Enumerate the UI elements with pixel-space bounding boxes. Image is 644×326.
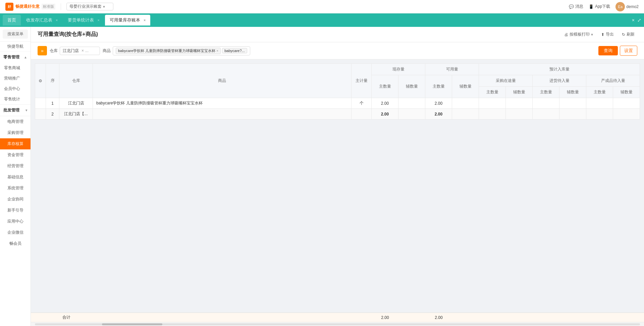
tab-order-stats-label: 要货单统计表 <box>68 17 94 23</box>
warehouse-filter-group: 仓库 江北门店 × ... <box>50 47 100 55</box>
refresh-button[interactable]: ↻ 刷新 <box>619 30 637 39</box>
sidebar-section-wholesale-header[interactable]: 批发管理 ▾ <box>0 105 31 116</box>
th-product: 商品 <box>93 64 352 98</box>
cell-product-2 <box>93 109 352 120</box>
data-table: ⚙ 序 仓库 商品 主计量 <box>35 63 640 120</box>
sidebar-item-new-guide[interactable]: 新手引导 <box>0 205 31 216</box>
app-download-button[interactable]: 📱 App下载 <box>589 4 610 9</box>
cell-incoming-main-1 <box>533 98 559 109</box>
top-bar-right: 💬 消息 📱 App下载 Ea demo2 <box>569 2 639 11</box>
cell-purchase-aux-2 <box>506 109 533 120</box>
product-tag-1: babycare学饮杯 儿童防摔防撞吸管杯重力球吸嘴杯宝宝水杯 × <box>116 48 221 54</box>
sidebar-item-system[interactable]: 系统管理 <box>0 183 31 194</box>
th-settings[interactable]: ⚙ <box>35 64 46 98</box>
footer-available-main: 2.00 <box>425 313 452 322</box>
cell-incoming-aux-1 <box>559 98 586 109</box>
sidebar-item-basic-info[interactable]: 基础信息 <box>0 172 31 183</box>
sidebar-item-marketing[interactable]: 营销推广 <box>0 73 31 84</box>
page-header: 可用量查询(按仓库+商品) 🖨 按模板打印 ▾ ⬆ 导出 ↻ 刷新 <box>31 27 644 42</box>
cell-available-aux-1 <box>452 98 479 109</box>
tab-receipt-summary[interactable]: 收发存汇总表 × <box>21 15 62 26</box>
product-filter-group: 商品 babycare学饮杯 儿童防摔防撞吸管杯重力球吸嘴杯宝宝水杯 × bab… <box>103 46 250 55</box>
sidebar-item-purchase[interactable]: 采购管理 <box>0 127 31 138</box>
page-title: 可用量查询(按仓库+商品) <box>38 31 98 38</box>
tenant-selector[interactable]: 母婴行业演示账套 ▾ <box>66 3 113 10</box>
sidebar-quick-nav[interactable]: 快捷导航 <box>0 42 31 52</box>
table-container: ⚙ 序 仓库 商品 主计量 <box>31 59 644 312</box>
warehouse-filter-close-icon[interactable]: × <box>82 48 84 53</box>
export-button[interactable]: ⬆ 导出 <box>598 30 616 39</box>
product-tag-1-close[interactable]: × <box>216 49 218 53</box>
filter-toggle-button[interactable]: » <box>38 46 47 55</box>
tab-available-stock-close[interactable]: × <box>144 18 146 22</box>
product-filter-input[interactable]: babycare学饮杯 儿童防摔防撞吸管杯重力球吸嘴杯宝宝水杯 × babyca… <box>113 46 250 55</box>
cell-current-aux-2 <box>398 109 425 120</box>
cell-available-main-1: 2.00 <box>425 98 452 109</box>
cell-current-main-2: 2.00 <box>372 109 398 120</box>
sidebar-item-enterprise-wechat[interactable]: 企业微信 <box>0 227 31 238</box>
scrollbar-thumb[interactable] <box>102 323 162 325</box>
message-button[interactable]: 💬 消息 <box>569 4 583 9</box>
print-template-button[interactable]: 🖨 按模板打印 ▾ <box>561 30 596 39</box>
template-badge: 标准版 <box>42 4 55 9</box>
tab-order-stats[interactable]: 要货单统计表 × <box>63 15 104 26</box>
cell-available-main-2: 2.00 <box>425 109 452 120</box>
th-purchase-main: 主数量 <box>479 87 506 98</box>
logo-icon: 好 <box>5 3 13 11</box>
sidebar-item-members[interactable]: 会员中心 <box>0 84 31 94</box>
sidebar-item-operations[interactable]: 经营管理 <box>0 160 31 172</box>
cell-unit-2 <box>352 109 372 120</box>
th-no: 序 <box>46 64 59 98</box>
footer-current-main: 2.00 <box>372 313 398 322</box>
sidebar-retail-label: 零售管理 <box>3 54 19 60</box>
cell-incoming-aux-2 <box>559 109 586 120</box>
sidebar-item-retail-mall[interactable]: 零售商城 <box>0 63 31 73</box>
sidebar-item-inventory[interactable]: 库存核算 <box>0 138 31 149</box>
tab-order-stats-close[interactable]: × <box>97 18 99 22</box>
cell-purchase-aux-1 <box>506 98 533 109</box>
cell-incoming-main-2 <box>533 109 559 120</box>
warehouse-filter-more[interactable]: ... <box>85 48 89 53</box>
tab-receipt-summary-close[interactable]: × <box>56 18 58 22</box>
scrollbar-track <box>35 323 640 325</box>
sidebar-item-retail-stats[interactable]: 零售统计 <box>0 94 31 104</box>
cell-production-main-1 <box>586 98 613 109</box>
refresh-icon: ↻ <box>622 32 625 37</box>
sidebar-item-app-center[interactable]: 应用中心 <box>0 216 31 227</box>
app-icon: 📱 <box>589 4 594 9</box>
message-icon: 💬 <box>569 4 574 9</box>
main-layout: 搜索菜单 快捷导航 零售管理 ▲ 零售商城 营销推广 会员中心 零售统计 批发管… <box>0 27 644 326</box>
logo-area: 好 畅捷通好生意 标准版 <box>5 3 55 11</box>
th-production-main: 主数量 <box>586 87 613 98</box>
table-row: 2 江北门店【... 2.00 2.00 <box>35 109 640 120</box>
tab-home[interactable]: 首页 <box>3 15 21 26</box>
sidebar-item-member[interactable]: 畅会员 <box>0 238 31 249</box>
warehouse-filter-input[interactable]: 江北门店 × ... <box>60 47 100 55</box>
user-avatar: Ea <box>615 2 625 11</box>
cell-purchase-main-1 <box>479 98 506 109</box>
user-info[interactable]: Ea demo2 <box>615 2 639 11</box>
close-all-tabs-button[interactable]: × <box>632 17 635 23</box>
cell-settings-2 <box>35 109 46 120</box>
tenant-dropdown-icon: ▾ <box>103 4 105 9</box>
tab-available-stock[interactable]: 可用量库存账本 × <box>105 15 150 26</box>
horizontal-scrollbar[interactable] <box>31 322 644 326</box>
export-icon: ⬆ <box>601 32 604 37</box>
warehouse-filter-label: 仓库 <box>50 48 58 54</box>
maximize-button[interactable]: ⤢ <box>637 17 641 23</box>
query-button[interactable]: 查询 <box>598 46 618 55</box>
sidebar-item-enterprise[interactable]: 企业协同 <box>0 194 31 205</box>
th-current-stock: 现存量 <box>372 64 425 75</box>
sidebar-item-ecommerce[interactable]: 电商管理 <box>0 116 31 127</box>
sidebar-section-retail-header[interactable]: 零售管理 ▲ <box>0 52 31 63</box>
th-warehouse: 仓库 <box>59 64 93 98</box>
cell-available-aux-2 <box>452 109 479 120</box>
settings-button[interactable]: 设置 <box>620 46 637 56</box>
th-planned-inbound: 预计入库量 <box>479 64 640 75</box>
th-current-aux: 辅数量 <box>398 75 425 98</box>
search-menu-button[interactable]: 搜索菜单 <box>3 30 28 39</box>
th-available-aux: 辅数量 <box>452 75 479 98</box>
th-incoming-main: 主数量 <box>533 87 559 98</box>
sidebar-item-finance[interactable]: 资金管理 <box>0 149 31 160</box>
product-tag-2: babycare?... <box>222 48 247 53</box>
